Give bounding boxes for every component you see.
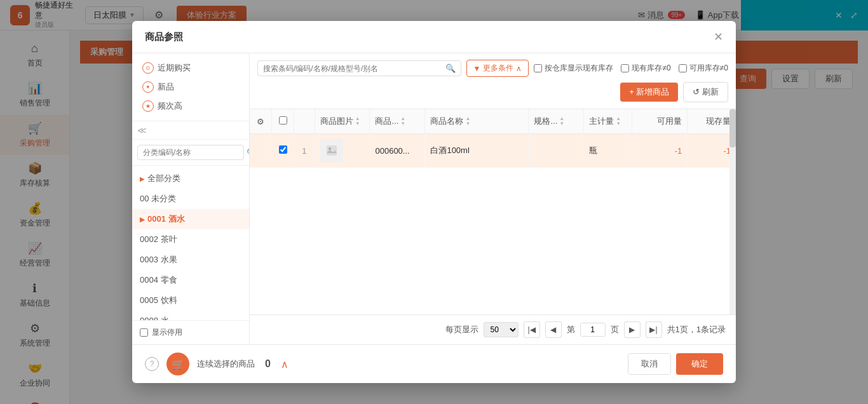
sort-code-icon[interactable]: ▲▼ bbox=[400, 116, 405, 126]
select-all-checkbox[interactable] bbox=[279, 116, 287, 125]
filter-options: 按仓库显示现有库存 现有库存≠0 可用库存≠0 bbox=[534, 63, 728, 74]
category-tea[interactable]: 0002 茶叶 bbox=[132, 229, 249, 250]
category-search-input[interactable] bbox=[137, 145, 244, 160]
last-page-button[interactable]: ▶| bbox=[646, 321, 662, 338]
category-unclassified[interactable]: 00 未分类 bbox=[132, 189, 249, 209]
th-spec: 规格... ▲▼ bbox=[529, 109, 584, 134]
selected-count: 0 bbox=[265, 358, 271, 370]
stock-nonzero-checkbox[interactable] bbox=[621, 64, 629, 72]
search-icon[interactable]: 🔍 bbox=[445, 64, 456, 73]
cancel-button[interactable]: 取消 bbox=[628, 353, 671, 375]
pagination-area: 每页显示 50 100 |◀ ◀ 第 页 ▶ ▶| 共1页，1条记录 bbox=[250, 314, 736, 344]
row-checkbox[interactable] bbox=[279, 145, 287, 154]
next-page-button[interactable]: ▶ bbox=[624, 321, 641, 338]
modal-body: ⊙ 近期购买 ✦ 新品 ★ 频次高 ≪ bbox=[132, 53, 736, 344]
show-disabled-area: 显示停用 bbox=[132, 320, 249, 344]
toolbar-actions: + 新增商品 ↺ 刷新 bbox=[620, 82, 728, 102]
th-image: 商品图片 ▲▼ bbox=[315, 109, 370, 134]
filter-available-not-zero[interactable]: 可用库存≠0 bbox=[679, 63, 728, 74]
product-reference-modal: 商品参照 ✕ ⊙ 近期购买 ✦ 新品 ★ bbox=[132, 21, 736, 383]
new-product-icon: ✦ bbox=[142, 81, 154, 93]
product-table: ⚙ 商品图片 ▲▼ bbox=[250, 109, 736, 168]
th-available: 可用量 bbox=[632, 109, 688, 134]
th-stock: 现存量 bbox=[688, 109, 736, 134]
sort-spec-icon[interactable]: ▲▼ bbox=[559, 116, 564, 126]
th-settings[interactable]: ⚙ bbox=[250, 109, 272, 134]
filter-stock-not-zero[interactable]: 现有库存≠0 bbox=[621, 63, 670, 74]
filter-icon: ▼ bbox=[473, 64, 481, 73]
category-all[interactable]: ▶ 全部分类 bbox=[132, 168, 249, 189]
active-arrow-icon: ▶ bbox=[140, 216, 145, 223]
product-table-wrapper: ⚙ 商品图片 ▲▼ bbox=[250, 109, 736, 314]
table-header-row: ⚙ 商品图片 ▲▼ bbox=[250, 109, 736, 134]
category-list: ▶ 全部分类 00 未分类 ▶ 0001 酒水 0002 茶叶 0003 水果 bbox=[132, 166, 249, 320]
more-filters-button[interactable]: ▼ 更多条件 ∧ bbox=[466, 60, 529, 77]
sort-name-icon[interactable]: ▲▼ bbox=[465, 116, 470, 126]
total-pages-info: 共1页，1条记录 bbox=[667, 324, 726, 335]
category-panel: ⊙ 近期购买 ✦ 新品 ★ 频次高 ≪ bbox=[132, 53, 250, 344]
modal-close-button[interactable]: ✕ bbox=[714, 30, 723, 44]
row-spec-cell bbox=[529, 134, 584, 168]
page-size-select[interactable]: 50 100 bbox=[484, 322, 519, 337]
footer-left: ? 🛒 连续选择的商品 0 ∧ bbox=[145, 353, 288, 375]
product-search-bar: 🔍 bbox=[257, 60, 461, 76]
row-available-cell: -1 bbox=[632, 134, 688, 168]
cart-icon[interactable]: 🛒 bbox=[166, 353, 189, 375]
collapse-icon: ≪ bbox=[137, 125, 147, 135]
modal-title: 商品参照 bbox=[145, 31, 183, 43]
collapse-btn[interactable]: ≪ bbox=[132, 121, 249, 140]
sort-unit-icon[interactable]: ▲▼ bbox=[616, 116, 621, 126]
th-name: 商品名称 ▲▼ bbox=[425, 109, 529, 134]
available-nonzero-checkbox[interactable] bbox=[679, 64, 687, 72]
row-image-cell bbox=[315, 134, 370, 168]
row-unit-cell: 瓶 bbox=[584, 134, 632, 168]
arrow-right-icon: ▶ bbox=[140, 175, 145, 182]
table-scrollbar[interactable] bbox=[729, 109, 736, 314]
product-panel: 🔍 ▼ 更多条件 ∧ 按仓库显示现有库存 现 bbox=[250, 53, 736, 344]
show-disabled-label[interactable]: 显示停用 bbox=[152, 327, 182, 338]
category-beverage[interactable]: 0005 饮料 bbox=[132, 290, 249, 311]
collapse-footer-icon[interactable]: ∧ bbox=[281, 358, 288, 370]
category-water[interactable]: 0008 水 bbox=[132, 311, 249, 320]
warehouse-checkbox[interactable] bbox=[534, 64, 542, 72]
row-num-cell: 1 bbox=[294, 134, 315, 168]
svg-rect-0 bbox=[327, 145, 337, 156]
refresh-product-button[interactable]: ↺ 刷新 bbox=[683, 82, 728, 102]
show-disabled-checkbox[interactable] bbox=[140, 328, 148, 337]
th-code: 商品... ▲▼ bbox=[370, 109, 425, 134]
modal-footer: ? 🛒 连续选择的商品 0 ∧ 取消 确定 bbox=[132, 344, 736, 383]
product-toolbar: 🔍 ▼ 更多条件 ∧ 按仓库显示现有库存 现 bbox=[250, 53, 736, 109]
quick-filters: ⊙ 近期购买 ✦ 新品 ★ 频次高 bbox=[132, 53, 249, 121]
th-checkbox bbox=[272, 109, 294, 134]
scrollbar-thumb bbox=[729, 109, 736, 147]
row-stock-cell: -1 bbox=[688, 134, 736, 168]
sort-image-icon[interactable]: ▲▼ bbox=[355, 116, 360, 126]
category-fruit[interactable]: 0003 水果 bbox=[132, 250, 249, 270]
first-page-button[interactable]: |◀ bbox=[524, 321, 540, 338]
product-image bbox=[320, 139, 343, 162]
product-search-input[interactable] bbox=[263, 64, 443, 73]
category-search-area: 🔍 bbox=[132, 140, 249, 166]
frequent-icon: ★ bbox=[142, 100, 154, 112]
row-settings-cell bbox=[250, 134, 272, 168]
chevron-up-icon: ∧ bbox=[516, 64, 522, 73]
quick-filter-frequent[interactable]: ★ 频次高 bbox=[137, 97, 244, 116]
quick-filter-recent[interactable]: ⊙ 近期购买 bbox=[137, 58, 244, 77]
modal-header: 商品参照 ✕ bbox=[132, 21, 736, 53]
category-snack[interactable]: 0004 零食 bbox=[132, 270, 249, 290]
continuous-select-label: 连续选择的商品 bbox=[197, 358, 255, 370]
th-num bbox=[294, 109, 315, 134]
row-name-cell: 白酒100ml bbox=[425, 134, 529, 168]
svg-point-1 bbox=[329, 147, 331, 150]
prev-page-button[interactable]: ◀ bbox=[545, 321, 562, 338]
confirm-button[interactable]: 确定 bbox=[676, 353, 723, 375]
quick-filter-new[interactable]: ✦ 新品 bbox=[137, 77, 244, 97]
page-number-input[interactable] bbox=[580, 323, 606, 337]
help-icon[interactable]: ? bbox=[145, 357, 159, 371]
product-table-body: 1 bbox=[250, 134, 736, 168]
filter-by-warehouse[interactable]: 按仓库显示现有库存 bbox=[534, 63, 613, 74]
add-product-button[interactable]: + 新增商品 bbox=[620, 83, 678, 102]
table-row[interactable]: 1 bbox=[250, 134, 736, 168]
category-liquor[interactable]: ▶ 0001 酒水 bbox=[132, 209, 249, 229]
row-code-cell: 000600... bbox=[370, 134, 425, 168]
